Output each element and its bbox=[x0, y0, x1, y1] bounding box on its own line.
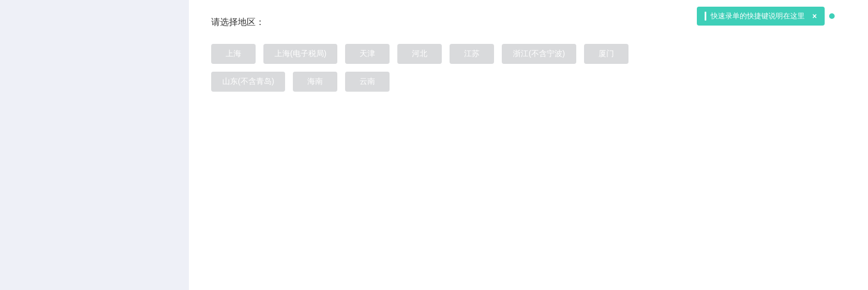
tooltip-text: 快速录单的快捷键说明在这里 bbox=[711, 11, 805, 21]
tooltip-close-button[interactable]: × bbox=[812, 12, 817, 21]
region-btn-zhejiang[interactable]: 浙江(不含宁波) bbox=[502, 44, 576, 64]
bar-icon bbox=[705, 12, 706, 21]
region-btn-hebei[interactable]: 河北 bbox=[397, 44, 442, 64]
left-sidebar bbox=[0, 0, 189, 290]
tooltip-dot bbox=[829, 13, 835, 19]
tooltip-bubble: 快速录单的快捷键说明在这里 × bbox=[697, 7, 825, 26]
region-row-2: 山东(不含青岛)海南云南 bbox=[211, 72, 846, 92]
region-btn-shandong[interactable]: 山东(不含青岛) bbox=[211, 72, 285, 92]
region-btn-yunnan[interactable]: 云南 bbox=[345, 72, 390, 92]
region-row-1: 上海上海(电子税局)天津河北江苏浙江(不含宁波)厦门 bbox=[211, 44, 846, 64]
region-btn-tianjin[interactable]: 天津 bbox=[345, 44, 390, 64]
region-btn-shanghai-etax[interactable]: 上海(电子税局) bbox=[263, 44, 337, 64]
tooltip-container: 快速录单的快捷键说明在这里 × bbox=[697, 7, 835, 26]
region-btn-jiangsu[interactable]: 江苏 bbox=[450, 44, 494, 64]
region-btn-xiamen[interactable]: 厦门 bbox=[584, 44, 628, 64]
region-btn-shanghai[interactable]: 上海 bbox=[211, 44, 256, 64]
main-content: 请选择地区： 上海上海(电子税局)天津河北江苏浙江(不含宁波)厦门 山东(不含青… bbox=[189, 0, 868, 290]
region-btn-hainan[interactable]: 海南 bbox=[293, 72, 337, 92]
